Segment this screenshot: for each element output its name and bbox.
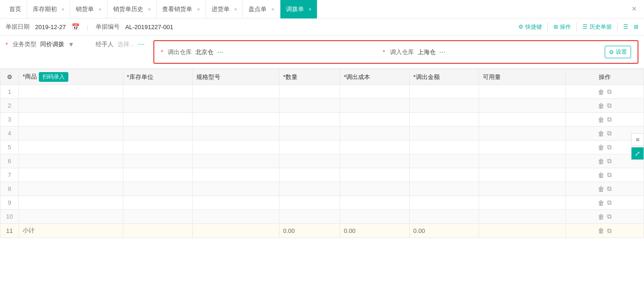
row-unit[interactable] [123,182,192,196]
row-spec[interactable] [192,113,279,127]
row-qty[interactable] [279,168,340,182]
row-spec[interactable] [192,127,279,140]
row-product[interactable] [19,99,123,113]
tab-view-sales-close[interactable]: × [197,6,200,12]
row-cost[interactable] [340,210,409,224]
copy-icon[interactable]: ⧉ [607,116,612,123]
row-cost[interactable] [340,154,409,168]
row-amount[interactable] [409,127,479,140]
row-spec[interactable] [192,210,279,224]
delete-icon[interactable]: 🗑 [598,102,604,110]
layout-button-1[interactable]: ☰ [623,24,628,30]
subtotal-copy-icon[interactable]: ⧉ [607,227,612,235]
row-spec[interactable] [192,85,279,99]
row-amount[interactable] [409,196,479,210]
copy-icon[interactable]: ⧉ [607,129,612,137]
row-product[interactable] [19,85,123,99]
row-cost[interactable] [340,127,409,140]
delete-icon[interactable]: 🗑 [598,88,604,96]
copy-icon[interactable]: ⧉ [607,213,612,220]
biz-type-dropdown[interactable]: ▼ [68,41,74,48]
row-amount[interactable] [409,85,479,99]
row-unit[interactable] [123,168,192,182]
tab-transfer[interactable]: 调拨单 × [280,0,317,18]
row-unit[interactable] [123,140,192,154]
row-unit[interactable] [123,210,192,224]
tab-inventory-close[interactable]: × [271,6,274,12]
row-unit[interactable] [123,154,192,168]
row-avail[interactable] [479,154,565,168]
row-qty[interactable] [279,127,340,140]
tab-home[interactable]: 首页 [4,0,27,18]
row-cost[interactable] [340,113,409,127]
copy-icon[interactable]: ⧉ [607,199,612,207]
row-qty[interactable] [279,85,340,99]
row-product[interactable] [19,127,123,140]
row-avail[interactable] [479,113,565,127]
row-amount[interactable] [409,140,479,154]
scan-button[interactable]: 扫码录入 [39,72,68,82]
row-qty[interactable] [279,113,340,127]
window-close-button[interactable]: × [628,4,640,14]
row-unit[interactable] [123,99,192,113]
row-amount[interactable] [409,113,479,127]
delete-icon[interactable]: 🗑 [598,185,604,193]
subtotal-delete-icon[interactable]: 🗑 [598,227,604,234]
layout-button-2[interactable]: ⊞ [634,24,638,30]
row-spec[interactable] [192,99,279,113]
row-amount[interactable] [409,99,479,113]
float-expand-btn[interactable]: ⤢ [631,147,644,160]
tab-inventory[interactable]: 盘点单 × [243,0,280,18]
row-amount[interactable] [409,168,479,182]
row-cost[interactable] [340,182,409,196]
row-avail[interactable] [479,210,565,224]
copy-icon[interactable]: ⧉ [607,185,612,193]
row-cost[interactable] [340,140,409,154]
row-avail[interactable] [479,85,565,99]
tab-purchase-close[interactable]: × [234,6,237,12]
delete-icon[interactable]: 🗑 [598,171,604,179]
row-qty[interactable] [279,154,340,168]
row-amount[interactable] [409,210,479,224]
in-warehouse-value[interactable]: 上海仓 [418,48,436,56]
copy-icon[interactable]: ⧉ [607,171,612,179]
row-product[interactable] [19,182,123,196]
copy-icon[interactable]: ⧉ [607,157,612,165]
tab-sales-history-close[interactable]: × [148,6,151,12]
delete-icon[interactable]: 🗑 [598,116,604,123]
out-warehouse-value[interactable]: 北京仓 [195,48,213,56]
row-spec[interactable] [192,154,279,168]
row-spec[interactable] [192,168,279,182]
row-qty[interactable] [279,182,340,196]
row-unit[interactable] [123,196,192,210]
row-product[interactable] [19,196,123,210]
tab-sales-close[interactable]: × [98,6,101,12]
row-cost[interactable] [340,168,409,182]
history-button[interactable]: ☰ 历史单据 [583,23,612,31]
row-product[interactable] [19,154,123,168]
row-cost[interactable] [340,99,409,113]
delete-icon[interactable]: 🗑 [598,199,604,207]
tab-view-sales[interactable]: 查看销货单 × [157,0,206,18]
row-product[interactable] [19,210,123,224]
delete-icon[interactable]: 🗑 [598,130,604,137]
delete-icon[interactable]: 🗑 [598,158,604,165]
row-product[interactable] [19,168,123,182]
row-cost[interactable] [340,196,409,210]
delete-icon[interactable]: 🗑 [598,144,604,151]
tab-transfer-close[interactable]: × [309,6,311,12]
person-select[interactable]: 选择... [117,40,134,49]
th-settings[interactable]: ⚙ [0,69,19,85]
row-spec[interactable] [192,196,279,210]
tab-purchase[interactable]: 进货单 × [206,0,243,18]
copy-icon[interactable]: ⧉ [607,88,612,96]
out-warehouse-more[interactable]: ··· [217,48,223,56]
row-amount[interactable] [409,182,479,196]
row-spec[interactable] [192,140,279,154]
date-value[interactable]: 2019-12-27 [35,24,66,31]
warehouse-settings-button[interactable]: ⚙ 设置 [605,46,631,58]
tab-sales[interactable]: 销货单 × [70,0,107,18]
row-avail[interactable] [479,140,565,154]
in-warehouse-more[interactable]: ··· [439,48,445,56]
tab-inventory-init-close[interactable]: × [61,6,64,12]
